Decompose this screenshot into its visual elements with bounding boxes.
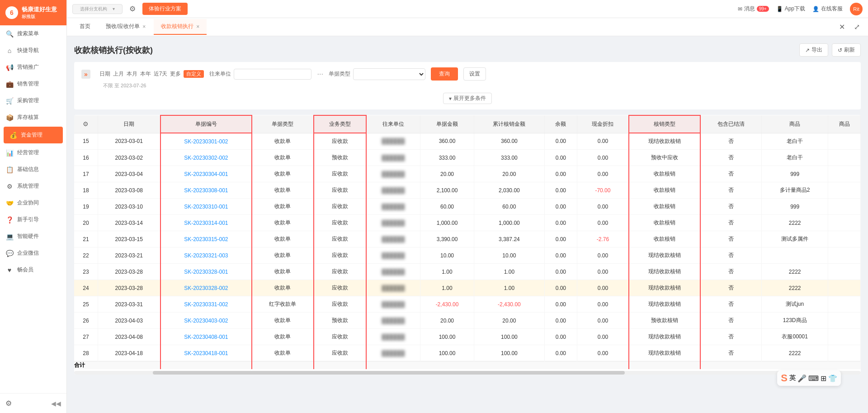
grid-icon[interactable]: ⊞	[821, 374, 826, 383]
tab-writeoff-close[interactable]: ×	[196, 24, 199, 30]
tab-writeoff[interactable]: 收款核销执行 ×	[154, 19, 207, 35]
filter-date-7days[interactable]: 近7天	[154, 70, 168, 78]
bill-no-link[interactable]: SK-20230328-002	[184, 285, 228, 291]
scrollbar[interactable]	[74, 371, 861, 375]
filter-bill-type-select[interactable]	[353, 68, 425, 80]
col-settings[interactable]: ⚙	[74, 115, 98, 133]
table-row[interactable]: 18 2023-03-08 SK-20230308-001 收款单 应收款 ██…	[74, 182, 861, 199]
tab-home[interactable]: 首页	[72, 19, 98, 35]
filter-settings-btn[interactable]: 设置	[463, 67, 486, 81]
refresh-btn[interactable]: ↺ 刷新	[832, 43, 861, 57]
tab-expand-icon[interactable]: ⤢	[851, 22, 863, 32]
sidebar-item-member[interactable]: ♥畅会员	[0, 261, 66, 278]
filter-date-more[interactable]: 更多	[170, 70, 181, 78]
cell-balance: 0.00	[544, 264, 577, 280]
bill-no-link[interactable]: SK-20230418-001	[184, 350, 228, 356]
sidebar-item-system[interactable]: ⚙系统管理	[0, 178, 66, 195]
bill-no-link[interactable]: SK-20230304-001	[184, 171, 228, 177]
bill-no-link[interactable]: SK-20230328-001	[184, 269, 228, 275]
bill-no-link[interactable]: SK-20230321-003	[184, 252, 228, 259]
cell-amount: 20.00	[420, 313, 474, 329]
expand-conditions-btn[interactable]: ▾ 展开更多条件	[443, 93, 492, 104]
filter-date-this-month[interactable]: 本月	[127, 70, 137, 78]
sidebar-item-operations[interactable]: 📊经营管理	[0, 144, 66, 161]
table-row[interactable]: 23 2023-03-28 SK-20230328-001 收款单 应收款 ██…	[74, 264, 861, 280]
table-row[interactable]: 28 2023-04-18 SK-20230418-001 收款单 应收款 ██…	[74, 345, 861, 361]
sidebar-item-search[interactable]: 🔍搜索菜单	[0, 25, 66, 42]
service-icon: 👤	[812, 6, 819, 12]
col-include-settled: 包含已结清	[700, 115, 762, 133]
shirt-icon[interactable]: 👕	[828, 374, 837, 383]
sidebar-item-wechat[interactable]: 💬企业微信	[0, 245, 66, 261]
sidebar-item-finance[interactable]: 💰资金管理	[4, 127, 63, 143]
table-row[interactable]: 26 2023-04-03 SK-20230403-002 收款单 预收款 ██…	[74, 313, 861, 329]
table-row[interactable]: 25 2023-03-31 SK-20230331-002 红字收款单 应收款 …	[74, 296, 861, 313]
bill-no-link[interactable]: SK-20230302-002	[184, 155, 228, 161]
table-row[interactable]: 24 2023-03-28 SK-20230328-002 收款单 应收款 ██…	[74, 280, 861, 296]
filter-date-label: 日期	[99, 70, 110, 78]
table-row[interactable]: 22 2023-03-21 SK-20230321-003 收款单 应收款 ██…	[74, 247, 861, 264]
keyboard-icon[interactable]: ⌨	[808, 374, 819, 383]
sidebar-label-member: 畅会员	[17, 266, 33, 274]
tab-prepayment[interactable]: 预收/应收付单 ×	[99, 19, 153, 35]
cell-biz-type: 应收款	[314, 296, 366, 313]
filter-collapse-btn[interactable]: »	[81, 70, 90, 79]
sidebar-item-marketing[interactable]: 📢营销推广	[0, 59, 66, 76]
messages-btn[interactable]: ✉ 消息 99+	[738, 5, 769, 13]
table-row[interactable]: 27 2023-04-08 SK-20230408-001 收款单 应收款 ██…	[74, 329, 861, 345]
bill-no-link[interactable]: SK-20230403-002	[184, 318, 228, 324]
online-service-btn[interactable]: 👤 在线客服	[812, 5, 843, 13]
user-avatar[interactable]: Rit	[850, 3, 863, 15]
collapse-icon[interactable]: ◀◀	[51, 400, 61, 407]
sidebar-item-enterprise[interactable]: 🤝企业协同	[0, 195, 66, 211]
cell-balance: 0.00	[544, 313, 577, 329]
cell-write-off-type: 预收款核销	[629, 313, 700, 329]
query-btn[interactable]: 查询	[431, 67, 458, 81]
bill-no-link[interactable]: SK-20230315-002	[184, 236, 228, 242]
table-row[interactable]: 19 2023-03-10 SK-20230310-001 收款单 应收款 ██…	[74, 199, 861, 215]
settings-icon[interactable]: ⚙	[126, 3, 139, 15]
table-row[interactable]: 21 2023-03-15 SK-20230315-002 收款单 应收款 ██…	[74, 231, 861, 247]
sidebar-item-inventory[interactable]: 📦库存核算	[0, 109, 66, 126]
export-btn[interactable]: ↗ 导出	[799, 43, 828, 57]
sidebar-item-basic-info[interactable]: 📋基础信息	[0, 161, 66, 178]
filter-partner-input[interactable]	[234, 69, 311, 80]
table-row[interactable]: 17 2023-03-04 SK-20230304-001 收款单 应收款 ██…	[74, 166, 861, 182]
scrollbar-thumb[interactable]	[153, 371, 625, 375]
table-row[interactable]: 15 2023-03-01 SK-20230301-002 收款单 应收款 ██…	[74, 133, 861, 150]
operations-icon: 📊	[5, 149, 14, 157]
filter-date-this-year[interactable]: 本年	[140, 70, 151, 78]
bill-no-link[interactable]: SK-20230301-002	[184, 138, 228, 145]
bill-no-link[interactable]: SK-20230314-001	[184, 220, 228, 226]
sidebar-item-guide[interactable]: ❓新手引导	[0, 211, 66, 228]
sidebar-item-sales[interactable]: 💼销售管理	[0, 76, 66, 92]
filter-date-custom-btn[interactable]: 自定义	[184, 70, 204, 78]
settings-footer-icon[interactable]: ⚙	[5, 399, 12, 408]
app-download-btn[interactable]: 📱 App下载	[776, 5, 805, 13]
col-goods2: 商品	[828, 115, 861, 133]
cell-goods2	[828, 150, 861, 166]
mic-icon[interactable]: 🎤	[797, 374, 807, 383]
bill-no-link[interactable]: SK-20230308-001	[184, 187, 228, 194]
main-content: 选择分支机构 ▾ ⚙ 体验行业方案 ✉ 消息 99+ 📱 App下载 👤 在线客…	[67, 0, 868, 413]
cell-bill-type: 收款单	[252, 329, 314, 345]
branch-selector[interactable]: 选择分支机构 ▾	[72, 4, 123, 14]
tab-prepayment-close[interactable]: ×	[142, 24, 146, 30]
tab-close-icon[interactable]: ✕	[836, 22, 848, 32]
sidebar-item-purchase[interactable]: 🛒采购管理	[0, 92, 66, 109]
sidebar-item-quick-nav[interactable]: ⌂快捷导航	[0, 42, 66, 59]
cell-cash-discount: 0.00	[577, 296, 629, 313]
table-row[interactable]: 20 2023-03-14 SK-20230314-001 收款单 应收款 ██…	[74, 215, 861, 231]
cell-no: 24	[74, 280, 98, 296]
sidebar-item-smart-hw[interactable]: 💻智能硬件	[0, 228, 66, 245]
bill-no-link[interactable]: SK-20230408-001	[184, 334, 228, 340]
table-row[interactable]: 16 2023-03-02 SK-20230302-002 收款单 预收款 ██…	[74, 150, 861, 166]
cell-goods2	[828, 133, 861, 150]
filter-date-last-month[interactable]: 上月	[113, 70, 124, 78]
industry-btn[interactable]: 体验行业方案	[142, 3, 188, 15]
cell-include-settled: 否	[700, 133, 762, 150]
bill-no-link[interactable]: SK-20230331-002	[184, 301, 228, 308]
cell-no: 19	[74, 199, 98, 215]
bill-no-link[interactable]: SK-20230310-001	[184, 204, 228, 210]
expand-label: 展开更多条件	[453, 95, 486, 102]
